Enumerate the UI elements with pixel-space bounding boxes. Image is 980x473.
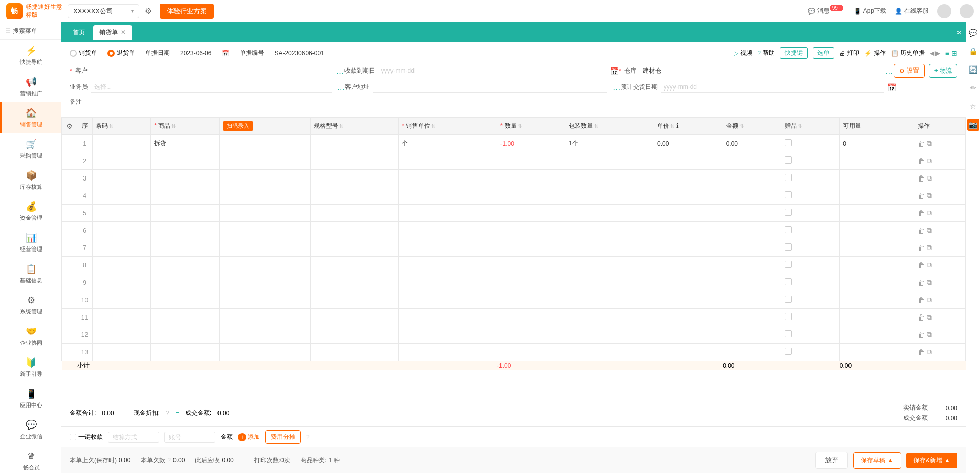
copy-icon[interactable]: ⧉ [927,261,932,269]
next-arrow[interactable]: ▶ [935,50,940,57]
sidebar-item-corpwechat[interactable]: 💬 企业微信 [0,414,61,445]
delivery-input[interactable] [661,82,884,93]
operation-action[interactable]: ⚡ 操作 [864,49,886,57]
gift-checkbox[interactable] [785,156,792,164]
sidebar-item-marketing[interactable]: 📢 营销推广 [0,71,61,102]
delete-icon[interactable]: 🗑 [918,244,925,252]
company-selector[interactable]: XXXXXX公司 ▾ [68,4,139,18]
question-icon-sum[interactable]: ? [166,410,169,417]
copy-icon[interactable]: ⧉ [927,209,932,217]
sidebar-item-system[interactable]: ⚙ 系统管理 [0,289,61,321]
sidebar-item-guide[interactable]: 🔰 新手引导 [0,352,61,383]
right-sidebar-star[interactable]: ☆ [967,100,979,112]
gift-checkbox[interactable] [785,174,792,181]
history-action[interactable]: 📋 历史单据 [891,49,925,57]
app-download-button[interactable]: 📱 App下载 [854,7,886,15]
gift-checkbox[interactable] [785,209,792,216]
copy-icon[interactable]: ⧉ [927,243,932,252]
messages-button[interactable]: 💬 消息 99+ [808,7,845,15]
settlement-method-input[interactable] [108,432,159,443]
save-draft-button[interactable]: 保存草稿 ▲ [853,452,901,469]
custaddr-input[interactable] [373,82,607,93]
right-sidebar-chat[interactable]: 💬 [967,27,979,39]
copy-icon[interactable]: ⧉ [927,174,932,183]
copy-icon[interactable]: ⧉ [927,191,932,200]
sidebar-item-quicknav[interactable]: ⚡ 快捷导航 [0,40,61,71]
salesman-input[interactable] [91,82,332,93]
calendar-icon[interactable]: 📅 [222,50,229,57]
right-sidebar-refresh[interactable]: 🔄 [967,63,979,76]
help-action[interactable]: ? 帮助 [757,49,775,57]
salesman-dots[interactable]: … [337,83,345,92]
gift-checkbox[interactable] [785,226,792,233]
tab-home[interactable]: 首页 [66,25,92,40]
gift-checkbox[interactable] [785,313,792,320]
customer-input[interactable] [91,65,331,76]
right-sidebar-edit[interactable]: ✏ [967,82,979,94]
question-icon-owed[interactable]: ? [167,457,171,464]
copy-icon[interactable]: ⧉ [927,330,932,339]
warehouse-dots[interactable]: … [885,66,894,76]
grid-view-icon[interactable]: ⊞ [951,49,957,57]
sidebar-item-appstore[interactable]: 📱 应用中心 [0,383,61,414]
avatar2[interactable] [960,4,974,18]
experience-button[interactable]: 体验行业方案 [160,4,214,19]
sidebar-item-basic[interactable]: 📋 基础信息 [0,258,61,289]
delete-icon[interactable]: 🗑 [918,174,925,183]
delete-icon[interactable]: 🗑 [918,331,925,339]
gift-checkbox[interactable] [785,348,792,355]
delete-icon[interactable]: 🗑 [918,348,925,356]
copy-icon[interactable]: ⧉ [927,226,932,235]
col-settings-icon[interactable]: ⚙ [66,122,73,130]
copy-icon[interactable]: ⧉ [927,296,932,304]
sidebar-item-sales[interactable]: 🏠 销售管理 [0,102,61,133]
copy-icon[interactable]: ⧉ [927,156,932,165]
save-new-button[interactable]: 保存&新增 ▲ [906,453,957,468]
print-action[interactable]: 🖨 打印 [839,49,859,57]
delete-icon[interactable]: 🗑 [918,157,925,165]
right-sidebar-lock[interactable]: 🔒 [967,45,979,57]
question-icon-payment[interactable]: ? [306,434,310,441]
feiyong-button[interactable]: 费用分摊 [265,430,301,444]
customer-dots[interactable]: … [336,66,344,76]
list-view-icon[interactable]: ≡ [945,49,949,57]
radio-return[interactable]: 退货单 [107,49,135,57]
sidebar-item-member[interactable]: ♛ 畅会员 [0,445,61,473]
gift-checkbox[interactable] [785,243,792,251]
gift-checkbox[interactable] [785,278,792,285]
prev-arrow[interactable]: ◀ [930,50,934,57]
scan-button[interactable]: 扫码录入 [223,121,253,131]
right-sidebar-scan[interactable]: 📷 [967,119,979,131]
delete-icon[interactable]: 🗑 [918,227,925,235]
copy-icon[interactable]: ⧉ [927,313,932,322]
setting-button[interactable]: ⚙ 设置 [894,64,925,78]
video-action[interactable]: ▷ 视频 [734,49,752,57]
add-button[interactable]: + 添加 [238,433,260,441]
avatar[interactable] [937,4,951,18]
gift-checkbox[interactable] [785,191,792,198]
sidebar-item-operations[interactable]: 📊 经营管理 [0,227,61,258]
gift-checkbox[interactable] [785,261,792,268]
discard-button[interactable]: 放弃 [815,452,848,469]
delivery-calendar-icon[interactable]: 📅 [887,83,896,92]
account-input[interactable] [164,432,215,443]
delete-icon[interactable]: 🗑 [918,140,925,148]
th-scan[interactable]: 扫码录入 [220,118,311,135]
paydate-input[interactable] [378,65,607,76]
warehouse-input[interactable] [640,65,880,76]
tab-close-icon[interactable]: ✕ [121,29,126,36]
delete-icon[interactable]: 🗑 [918,192,925,200]
sidebar-item-purchase[interactable]: 🛒 采购管理 [0,133,61,165]
logistics-button[interactable]: + 物流 [929,64,957,78]
one-click-checkbox[interactable] [70,434,76,440]
sidebar-item-finance[interactable]: 💰 资金管理 [0,196,61,227]
paydate-calendar-icon[interactable]: 📅 [610,67,619,75]
copy-icon[interactable]: ⧉ [927,348,932,356]
sidebar-item-inventory[interactable]: 📦 库存核算 [0,165,61,196]
gift-checkbox[interactable] [785,296,792,303]
gift-checkbox[interactable] [785,139,792,146]
radio-sales[interactable]: 销货单 [70,49,97,57]
copy-icon[interactable]: ⧉ [927,139,932,148]
custaddr-dots[interactable]: … [613,83,621,92]
delete-icon[interactable]: 🗑 [918,209,925,217]
